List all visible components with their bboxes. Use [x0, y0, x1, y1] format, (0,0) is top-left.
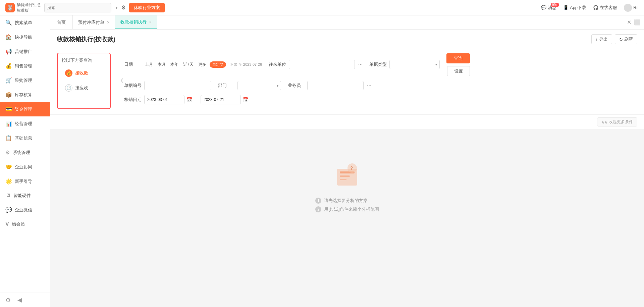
sidebar-item-operation[interactable]: 📊 经营管理: [0, 116, 50, 131]
collapse-filter-btn[interactable]: 《: [117, 71, 124, 91]
basic-info-icon: 📋: [5, 135, 12, 141]
message-item[interactable]: 💬 消息 99+: [541, 5, 556, 11]
sales-icon: 💰: [5, 63, 12, 69]
purchase-icon: 🛒: [5, 77, 12, 84]
search-input[interactable]: [44, 3, 111, 12]
page-title: 收款核销执行(按收款): [57, 35, 115, 43]
bill-type-label: 单据类型: [369, 61, 387, 67]
app-sub: 标准版: [17, 8, 41, 13]
sidebar-label-inventory: 库存核算: [15, 92, 32, 98]
settings-icon[interactable]: ⚙: [121, 4, 126, 11]
app-download-item[interactable]: 📱 App下载: [563, 5, 586, 11]
reconcile-end-input[interactable]: [201, 95, 241, 104]
dept-label: 部门: [218, 83, 235, 89]
partner-field: 往来单位 ···: [269, 60, 363, 69]
partner-label: 往来单位: [269, 61, 286, 67]
query-btn[interactable]: 查询: [446, 53, 470, 63]
sidebar-label-marketing: 营销推广: [15, 49, 32, 55]
content-area: 首页 预付冲应付单 × 收款核销执行 × ✕ ⬜ 收款核销执行(按收款): [50, 15, 644, 307]
more-conditions-bar: ∧∧ 收起更多条件: [50, 114, 644, 129]
tab-reconcile[interactable]: 收款核销执行 ×: [115, 15, 157, 29]
avatar: [624, 4, 632, 12]
sidebar-label-finance: 资金管理: [15, 106, 32, 112]
sidebar-item-enterprise[interactable]: 🤝 企业协同: [0, 160, 50, 174]
tab-bar-actions: ✕ ⬜: [627, 15, 644, 29]
tab-home[interactable]: 首页: [50, 15, 73, 29]
filter-row-1: 日期 上月 本月 本年 近7天 更多 自定义 不限 至 2023-07-26: [124, 53, 637, 76]
bill-no-input[interactable]: [144, 81, 211, 90]
reconcile-start-input[interactable]: [144, 95, 184, 104]
bill-type-select[interactable]: [389, 60, 440, 69]
empty-state: ? 1 请先选择要分析的方案 2 用[过滤]条件来缩小分析范围: [50, 132, 644, 239]
svg-rect-3: [340, 179, 346, 180]
filter-scheme-panel: 按以下方案查询 💰 按收款 🕐 按应收: [57, 53, 111, 109]
shortcut-7days[interactable]: 近7天: [182, 61, 195, 68]
staff-more-icon[interactable]: ···: [367, 83, 371, 89]
filter-row-2: 单据编号 部门 ▾: [124, 81, 637, 90]
sidebar-label-operation: 经营管理: [15, 121, 32, 127]
online-service-item[interactable]: 🎧 在线客服: [593, 5, 617, 11]
staff-field: 业务员 ···: [288, 81, 371, 90]
collapse-sidebar-icon[interactable]: ◀: [17, 296, 22, 304]
bottom-settings-icon[interactable]: ⚙: [5, 296, 11, 304]
sidebar-item-system[interactable]: ⚙ 系统管理: [0, 145, 50, 160]
sidebar-item-marketing[interactable]: 📢 营销推广: [0, 44, 50, 59]
industry-btn[interactable]: 休验行业方案: [129, 3, 165, 12]
dept-select[interactable]: [237, 81, 281, 90]
sidebar-item-quick-nav[interactable]: 🏠 快捷导航: [0, 30, 50, 44]
sidebar-item-sales[interactable]: 💰 销售管理: [0, 59, 50, 73]
search-chevron-icon[interactable]: ▾: [115, 5, 118, 10]
export-btn[interactable]: ↑ 导出: [591, 34, 612, 44]
shortcut-last-month[interactable]: 上月: [144, 61, 154, 68]
refresh-btn[interactable]: ↻ 刷新: [615, 34, 637, 44]
sidebar-item-wechat[interactable]: 💬 企业微信: [0, 203, 50, 217]
shortcut-this-year[interactable]: 本年: [169, 61, 180, 68]
reconcile-date-range: 📅 — 📅: [144, 95, 249, 104]
sidebar-item-guide[interactable]: 🌟 新手引导: [0, 174, 50, 189]
sidebar-item-basic-info[interactable]: 📋 基础信息: [0, 131, 50, 145]
shortcut-this-month[interactable]: 本月: [156, 61, 167, 68]
setting-btn[interactable]: 设置: [447, 66, 470, 76]
sidebar-item-search-menu[interactable]: 🔍 搜索菜单: [0, 15, 50, 30]
app-download-icon: 📱: [563, 5, 569, 10]
tab-prepay[interactable]: 预付冲应付单 ×: [73, 15, 115, 29]
close-window-icon[interactable]: ✕: [627, 19, 631, 25]
filter-option-by-receipt[interactable]: 💰 按收款: [62, 67, 106, 80]
close-tab2-icon[interactable]: ×: [149, 20, 152, 24]
filter-divider: [50, 129, 644, 132]
app-download-label: App下载: [570, 5, 586, 11]
hint-num-2: 2: [315, 206, 321, 212]
staff-input[interactable]: [307, 81, 364, 90]
user-item[interactable]: Rit: [624, 4, 639, 12]
filter-option-by-receivable[interactable]: 🕐 按应收: [62, 82, 106, 94]
shortcut-custom[interactable]: 自定义: [210, 61, 226, 68]
more-conditions-label: 收起更多条件: [609, 119, 633, 125]
maximize-icon[interactable]: ⬜: [634, 19, 641, 25]
reconcile-end-calendar-icon[interactable]: 📅: [243, 97, 249, 102]
sidebar-bottom: ⚙ ◀: [0, 293, 50, 307]
chevron-up-icon: ∧∧: [601, 120, 607, 124]
enterprise-icon: 🤝: [5, 164, 12, 170]
sidebar-item-purchase[interactable]: 🛒 采购管理: [0, 73, 50, 88]
bill-no-field: 单据编号: [124, 81, 211, 90]
partner-more-icon[interactable]: ···: [358, 61, 363, 67]
more-conditions-btn[interactable]: ∧∧ 收起更多条件: [597, 117, 637, 126]
sidebar-item-member[interactable]: V 畅会员: [0, 217, 50, 231]
sidebar-item-inventory[interactable]: 📦 库存核算: [0, 88, 50, 102]
filter-form: 日期 上月 本月 本年 近7天 更多 自定义 不限 至 2023-07-26: [124, 53, 637, 109]
sidebar-label-quick-nav: 快捷导航: [15, 34, 32, 40]
refresh-icon: ↻: [619, 37, 623, 42]
sidebar-item-hardware[interactable]: 🖥 智能硬件: [0, 189, 50, 203]
sidebar-label-guide: 新手引导: [15, 178, 32, 185]
header-actions: ↑ 导出 ↻ 刷新: [591, 34, 638, 44]
top-bar-right: 💬 消息 99+ 📱 App下载 🎧 在线客服 Rit: [541, 4, 639, 12]
sidebar-item-finance[interactable]: 💳 资金管理: [0, 102, 50, 116]
close-tab1-icon[interactable]: ×: [107, 20, 109, 25]
reconcile-start-calendar-icon[interactable]: 📅: [186, 97, 192, 102]
sidebar-label-basic-info: 基础信息: [15, 135, 32, 141]
sidebar: 🔍 搜索菜单 🏠 快捷导航 📢 营销推广 💰 销售管理 🛒 采购管理 📦 库存核…: [0, 15, 50, 307]
shortcut-more[interactable]: 更多: [197, 61, 208, 68]
partner-input[interactable]: [289, 60, 355, 69]
sidebar-label-sales: 销售管理: [15, 63, 32, 69]
page-content: 收款核销执行(按收款) ↑ 导出 ↻ 刷新 按以下方案查询: [50, 30, 644, 307]
